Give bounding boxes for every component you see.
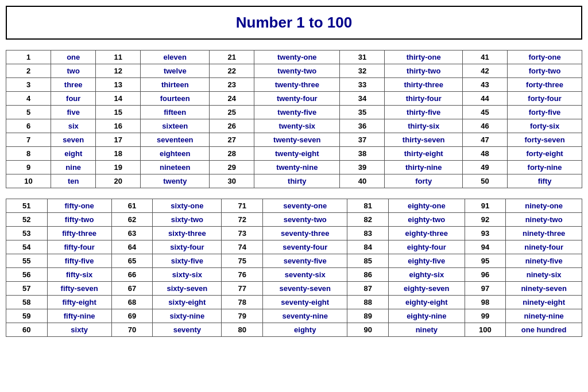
number-cell: 74 — [222, 240, 263, 254]
page-title: Number 1 to 100 — [236, 14, 352, 31]
word-cell: fourteen — [141, 92, 210, 106]
word-cell: eighty-three — [389, 227, 465, 240]
word-cell: ninety-five — [506, 254, 582, 268]
number-cell: 93 — [465, 227, 506, 240]
word-cell: twenty-two — [254, 64, 340, 78]
word-cell: seventy — [153, 323, 222, 337]
word-cell: eighty-eight — [389, 296, 465, 309]
number-cell: 15 — [96, 106, 141, 119]
word-cell: sixty — [47, 323, 111, 337]
word-cell: twenty-eight — [254, 147, 340, 161]
number-cell: 100 — [465, 323, 506, 337]
word-cell: ninety-four — [506, 240, 582, 254]
number-cell: 90 — [347, 323, 389, 337]
word-cell: seventy-five — [263, 254, 347, 268]
word-cell: eight — [51, 147, 96, 161]
number-cell: 22 — [210, 64, 254, 78]
word-cell: thirty-six — [385, 119, 463, 133]
number-cell: 36 — [340, 119, 385, 133]
number-cell: 19 — [96, 161, 141, 174]
word-cell: forty-seven — [508, 133, 582, 147]
number-cell: 73 — [222, 227, 263, 240]
number-cell: 97 — [465, 282, 506, 296]
word-cell: thirteen — [141, 78, 210, 92]
table1: 1one11eleven21twenty-one31thirty-one41fo… — [6, 50, 582, 188]
number-cell: 47 — [462, 133, 507, 147]
word-cell: forty — [385, 174, 463, 188]
word-cell: seventy-seven — [263, 282, 347, 296]
word-cell: fifty-three — [47, 227, 111, 240]
word-cell: twenty-one — [254, 51, 340, 64]
number-cell: 95 — [465, 254, 506, 268]
number-cell: 89 — [347, 309, 389, 323]
word-cell: seven — [51, 133, 96, 147]
word-cell: sixty-eight — [153, 296, 222, 309]
word-cell: forty-six — [508, 119, 582, 133]
number-cell: 25 — [210, 106, 254, 119]
number-cell: 59 — [6, 309, 48, 323]
word-cell: ten — [51, 174, 96, 188]
number-cell: 84 — [347, 240, 389, 254]
word-cell: eleven — [141, 51, 210, 64]
number-cell: 63 — [111, 227, 153, 240]
number-cell: 41 — [462, 51, 507, 64]
number-cell: 92 — [465, 213, 506, 227]
number-cell: 5 — [6, 106, 51, 119]
number-cell: 46 — [462, 119, 507, 133]
number-cell: 72 — [222, 213, 263, 227]
word-cell: fifty — [508, 174, 582, 188]
word-cell: six — [51, 119, 96, 133]
word-cell: twenty-three — [254, 78, 340, 92]
number-cell: 64 — [111, 240, 153, 254]
word-cell: seventeen — [141, 133, 210, 147]
word-cell: one — [51, 51, 96, 64]
number-cell: 6 — [6, 119, 51, 133]
word-cell: thirty-nine — [385, 161, 463, 174]
number-cell: 78 — [222, 296, 263, 309]
number-cell: 75 — [222, 254, 263, 268]
word-cell: forty-three — [508, 78, 582, 92]
number-cell: 62 — [111, 213, 153, 227]
number-cell: 29 — [210, 161, 254, 174]
table2-container: 51fifty-one61sixty-one71seventy-one81eig… — [6, 199, 582, 337]
number-cell: 23 — [210, 78, 254, 92]
word-cell: thirty-five — [385, 106, 463, 119]
number-cell: 98 — [465, 296, 506, 309]
number-cell: 13 — [96, 78, 141, 92]
number-cell: 26 — [210, 119, 254, 133]
word-cell: fifty-two — [47, 213, 111, 227]
number-cell: 3 — [6, 78, 51, 92]
number-cell: 39 — [340, 161, 385, 174]
number-cell: 18 — [96, 147, 141, 161]
number-cell: 82 — [347, 213, 389, 227]
number-cell: 8 — [6, 147, 51, 161]
number-cell: 61 — [111, 199, 153, 213]
number-cell: 32 — [340, 64, 385, 78]
number-cell: 57 — [6, 282, 48, 296]
number-cell: 11 — [96, 51, 141, 64]
number-cell: 30 — [210, 174, 254, 188]
number-cell: 50 — [462, 174, 507, 188]
word-cell: eighty — [263, 323, 347, 337]
word-cell: ninety-nine — [506, 309, 582, 323]
word-cell: seventy-nine — [263, 309, 347, 323]
word-cell: seventy-eight — [263, 296, 347, 309]
word-cell: sixteen — [141, 119, 210, 133]
word-cell: sixty-nine — [153, 309, 222, 323]
word-cell: sixty-five — [153, 254, 222, 268]
word-cell: sixty-three — [153, 227, 222, 240]
number-cell: 88 — [347, 296, 389, 309]
number-cell: 91 — [465, 199, 506, 213]
number-cell: 12 — [96, 64, 141, 78]
number-cell: 34 — [340, 92, 385, 106]
word-cell: seventy-two — [263, 213, 347, 227]
word-cell: ninety-two — [506, 213, 582, 227]
number-cell: 37 — [340, 133, 385, 147]
word-cell: ninety-seven — [506, 282, 582, 296]
number-cell: 7 — [6, 133, 51, 147]
word-cell: twenty-five — [254, 106, 340, 119]
word-cell: sixty-one — [153, 199, 222, 213]
number-cell: 85 — [347, 254, 389, 268]
number-cell: 40 — [340, 174, 385, 188]
word-cell: fifty-one — [47, 199, 111, 213]
